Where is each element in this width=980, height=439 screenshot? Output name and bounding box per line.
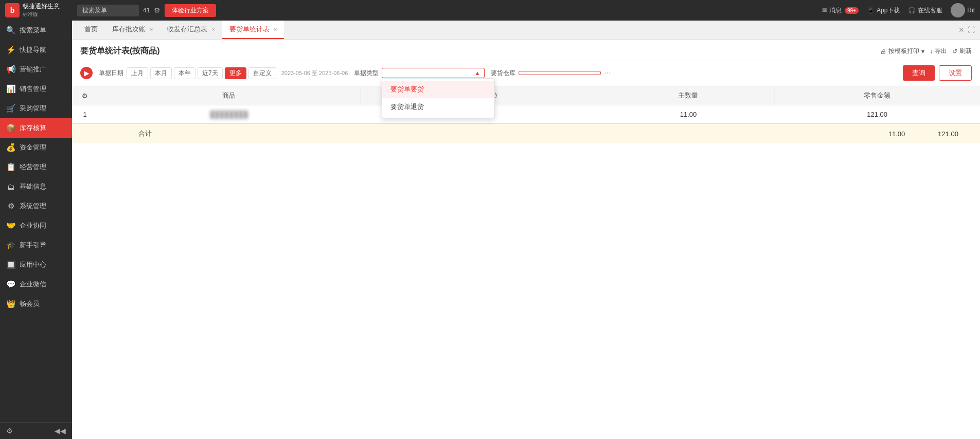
date-btn-last-month[interactable]: 上月 (127, 67, 148, 79)
top-search-box[interactable]: 搜索菜单 (77, 5, 139, 16)
data-table: ⚙ 商品 主计量单位 主数量 零售金额 1 ████████ 块 (72, 86, 980, 123)
message-icon: ✉ (822, 7, 827, 14)
sidebar-item-finance[interactable]: 💰 资金管理 (0, 138, 72, 157)
cell-seq: 1 (72, 105, 98, 123)
sidebar-item-guide[interactable]: 🎓 新手引导 (0, 235, 72, 255)
dropdown-item-yh-return[interactable]: 要货单退货 (382, 98, 494, 116)
sidebar-item-apps[interactable]: 🔲 应用中心 (0, 255, 72, 275)
tab-close-all-icon[interactable]: ✕ (958, 26, 965, 34)
print-template-label: 按模板打印 (888, 47, 919, 56)
sidebar: 🔍 搜索菜单 ⚡ 快捷导航 📢 营销推广 📊 销售管理 🛒 采购管理 📦 (0, 21, 72, 439)
sidebar-label-system: 系统管理 (20, 202, 46, 211)
basic-icon: 🗂 (6, 182, 15, 191)
inventory-icon: 📦 (6, 123, 15, 133)
date-range-text: 2023-05-06 至 2023-06-06 (281, 69, 348, 77)
sidebar-label-operations: 经营管理 (20, 162, 46, 172)
tab-receive-summary[interactable]: 收发存汇总表 × (160, 21, 222, 39)
operations-icon: 📋 (6, 162, 15, 172)
promo-button[interactable]: 体验行业方案 (165, 4, 216, 17)
col-product: 商品 (98, 86, 360, 105)
print-icon: 🖨 (880, 48, 886, 55)
sidebar-item-system[interactable]: ⚙ 系统管理 (0, 196, 72, 216)
export-label: 导出 (935, 47, 947, 56)
table-row: 1 ████████ 块 11.00 121.00 (72, 105, 980, 123)
dropdown-item-yh-order[interactable]: 要货单要货 (382, 81, 494, 98)
logo-icon: b (5, 3, 20, 17)
sidebar-settings-icon[interactable]: ⚙ (6, 427, 13, 435)
sidebar-label-enterprise: 企业协同 (20, 221, 46, 230)
user-item[interactable]: Rit (951, 3, 975, 17)
sidebar-label-wechat: 企业微信 (20, 280, 46, 289)
filter-warehouse-select[interactable] (519, 71, 601, 75)
sidebar-item-inventory[interactable]: 📦 库存核算 (0, 118, 72, 138)
sidebar-item-enterprise[interactable]: 🤝 企业协同 (0, 216, 72, 235)
sidebar-menu: 🔍 搜索菜单 ⚡ 快捷导航 📢 营销推广 📊 销售管理 🛒 采购管理 📦 (0, 21, 72, 422)
online-service-label: 在线客服 (918, 6, 942, 15)
date-btn-this-month[interactable]: 本月 (150, 67, 172, 79)
top-bar-center: 搜索菜单 41 ⚙ 体验行业方案 (77, 4, 822, 17)
sidebar-item-basic[interactable]: 🗂 基础信息 (0, 177, 72, 196)
messages-item[interactable]: ✉ 消息 99+ (822, 6, 859, 15)
sidebar-bottom: ⚙ ◀◀ (0, 422, 72, 439)
tab-inventory-batch[interactable]: 库存批次账 × (105, 21, 160, 39)
top-settings-icon[interactable]: ⚙ (154, 6, 161, 14)
filter-expand-button[interactable]: ▶ (80, 67, 93, 79)
date-btn-last-7-days[interactable]: 近7天 (198, 67, 223, 79)
avatar (951, 3, 965, 17)
col-quantity: 主数量 (602, 86, 774, 105)
app-logo: b 畅捷通好生意 标准版 (5, 3, 77, 18)
app-download-icon: 📱 (867, 7, 875, 14)
col-settings[interactable]: ⚙ (72, 86, 98, 105)
headset-icon: 🎧 (908, 7, 916, 14)
sidebar-item-marketing[interactable]: 📢 营销推广 (0, 60, 72, 79)
page-content: 要货单统计表(按商品) 🖨 按模板打印 ▾ ↓ 导出 ↺ 刷新 (72, 40, 980, 439)
settings-button[interactable]: 设置 (939, 65, 972, 81)
column-settings-icon[interactable]: ⚙ (82, 92, 88, 100)
content-area: 首页 库存批次账 × 收发存汇总表 × 要货单统计表 × ✕ ⛶ 要 (72, 21, 980, 439)
page-title: 要货单统计表(按商品) (80, 46, 160, 57)
filter-type-label: 单据类型 (354, 69, 379, 78)
tab-requisition-stats-close[interactable]: × (274, 26, 277, 32)
sidebar-item-operations[interactable]: 📋 经营管理 (0, 157, 72, 177)
app-download-item[interactable]: 📱 App下载 (867, 6, 900, 15)
cell-product: ████████ (98, 105, 360, 123)
purchase-icon: 🛒 (6, 104, 15, 113)
top-bar: b 畅捷通好生意 标准版 搜索菜单 41 ⚙ 体验行业方案 ✉ 消息 99+ 📱… (0, 0, 980, 21)
tab-inventory-batch-close[interactable]: × (150, 26, 153, 32)
sidebar-item-sales[interactable]: 📊 销售管理 (0, 79, 72, 99)
sidebar-collapse-icon[interactable]: ◀◀ (55, 427, 66, 435)
system-icon: ⚙ (6, 202, 15, 211)
filter-type-select[interactable]: ▲ (382, 68, 485, 78)
type-dropdown: 要货单要货 要货单退货 (382, 78, 495, 118)
export-action[interactable]: ↓ 导出 (930, 47, 947, 56)
tab-home[interactable]: 首页 (77, 21, 105, 39)
query-button[interactable]: 查询 (903, 65, 935, 81)
sidebar-item-shortcuts[interactable]: ⚡ 快捷导航 (0, 40, 72, 60)
filter-warehouse-label: 要货仓库 (491, 69, 515, 78)
sidebar-item-members[interactable]: 👑 畅会员 (0, 294, 72, 314)
sidebar-item-wechat[interactable]: 💬 企业微信 (0, 275, 72, 294)
tab-expand-icon[interactable]: ⛶ (968, 26, 975, 34)
filter-more-icon[interactable]: ··· (604, 68, 611, 78)
print-chevron-icon: ▾ (921, 48, 924, 55)
print-template-action[interactable]: 🖨 按模板打印 ▾ (880, 47, 924, 56)
sidebar-item-purchase[interactable]: 🛒 采购管理 (0, 99, 72, 118)
tab-receive-summary-label: 收发存汇总表 (167, 25, 207, 34)
sidebar-item-search[interactable]: 🔍 搜索菜单 (0, 21, 72, 40)
app-download-label: App下载 (877, 6, 900, 15)
tab-requisition-stats[interactable]: 要货单统计表 × (222, 21, 284, 39)
tab-receive-summary-close[interactable]: × (211, 26, 215, 32)
table-wrapper: ⚙ 商品 主计量单位 主数量 零售金额 1 ████████ 块 (72, 86, 980, 123)
date-btn-this-year[interactable]: 本年 (174, 67, 195, 79)
app-name: 畅捷通好生意 (23, 3, 60, 11)
sidebar-label-basic: 基础信息 (20, 182, 46, 191)
finance-icon: 💰 (6, 143, 15, 152)
date-btn-more[interactable]: 更多 (225, 67, 246, 79)
online-service-item[interactable]: 🎧 在线客服 (908, 6, 942, 15)
wechat-icon: 💬 (6, 280, 15, 289)
date-btn-custom[interactable]: 自定义 (248, 67, 276, 79)
refresh-action[interactable]: ↺ 刷新 (952, 47, 972, 56)
filter-bar: ▶ 单据日期 上月 本月 本年 近7天 更多 自定义 2023-05-06 至 … (72, 60, 980, 86)
total-label: 合计 (104, 129, 186, 138)
sidebar-label-sales: 销售管理 (20, 84, 46, 94)
